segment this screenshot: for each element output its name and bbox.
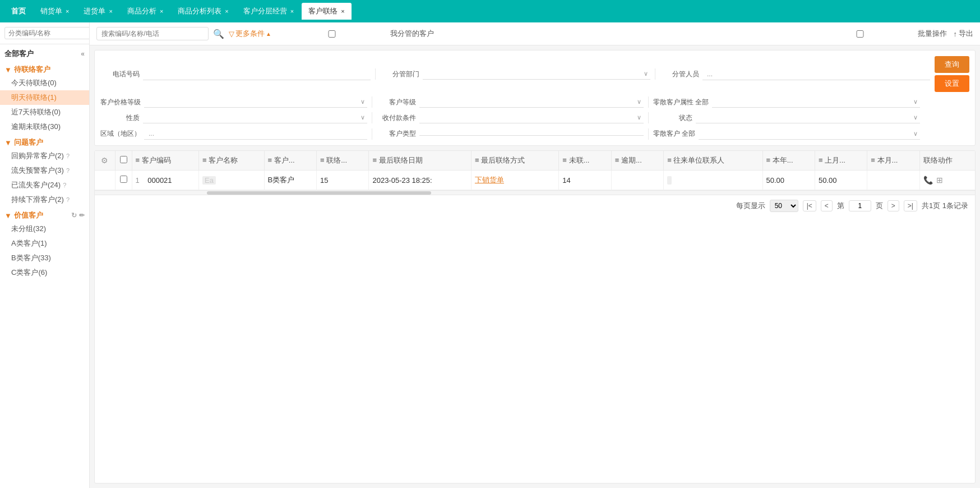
nav-home[interactable]: 首页 [4, 3, 33, 20]
th-contact-count-label: ≡ 联络... [320, 156, 347, 164]
nav-close-sales[interactable]: × [66, 8, 69, 15]
next-page-button[interactable]: > [887, 200, 899, 211]
dept-select[interactable]: ∨ [423, 68, 650, 80]
scrollbar-thumb[interactable] [207, 191, 431, 195]
sidebar-b-class[interactable]: B类客户(33) [0, 251, 89, 265]
edit-icon[interactable]: ✏ [79, 211, 85, 219]
sidebar-collapse-icon[interactable]: « [81, 50, 85, 58]
retail-attr-label: 零散客户属性 全部 [653, 98, 709, 107]
nav-product-analysis[interactable]: 商品分析 × [121, 3, 170, 20]
divider [648, 96, 649, 108]
sidebar-c-class[interactable]: C类客户(6) [0, 265, 89, 280]
action-icons: 📞 ⊞ [923, 176, 972, 185]
payment-select[interactable]: ∨ [419, 112, 644, 123]
query-button[interactable]: 查询 [935, 56, 969, 73]
last-page-button[interactable]: >| [904, 200, 917, 211]
retail-attr-select[interactable]: ∨ [712, 96, 920, 108]
data-table-wrap: ⚙ ≡ 客户编码 ≡ 客户名称 ≡ 客户... [94, 150, 976, 484]
batch-operation-button[interactable]: 批量操作 [804, 29, 947, 39]
sidebar-churn-warning[interactable]: 流失预警客户(3) ? [0, 163, 89, 178]
prev-page-button[interactable]: < [821, 200, 833, 211]
manager-label: 分管人员 [660, 70, 699, 79]
chevron-down-icon: ∨ [637, 114, 641, 121]
per-page-select[interactable]: 50 100 200 [770, 200, 798, 212]
nav-label: 商品分析列表 [178, 6, 221, 16]
item-label: B类客户(33) [11, 253, 51, 263]
filter-row-1: 电话号码 分管部门 ∨ 分管人员 ... [100, 56, 969, 92]
divider [655, 68, 655, 80]
sidebar-a-class[interactable]: A类客户(1) [0, 236, 89, 251]
horizontal-scrollbar[interactable] [95, 190, 975, 195]
th-this-year-label: ≡ 本年... [766, 156, 793, 164]
company-contact-blurred [667, 176, 672, 185]
td-type: B类客户 [264, 171, 316, 190]
filter-retail-attr: 零散客户属性 全部 ∨ [653, 96, 920, 108]
filter-region: 区域（地区） ... [100, 128, 367, 140]
nav-customer-tier[interactable]: 客户分层经营 × [237, 3, 301, 20]
customer-type-select[interactable] [419, 132, 644, 136]
sidebar-declining[interactable]: 持续下滑客户(2) ? [0, 192, 89, 207]
nav-close-customer-contact[interactable]: × [341, 8, 344, 15]
filter-payment: 收付款条件 ∨ [377, 112, 644, 123]
nav-purchase-order[interactable]: 进货单 × [77, 3, 119, 20]
nav-close-customer-tier[interactable]: × [290, 8, 294, 15]
item-label: 回购异常客户(2) [11, 151, 64, 161]
filter-icon: ▽ [229, 30, 234, 38]
sidebar-churned[interactable]: 已流失客户(24) ? [0, 178, 89, 192]
my-customers-checkbox[interactable] [276, 30, 388, 38]
td-last-month: 50.00 [815, 171, 867, 190]
first-page-button[interactable]: |< [803, 200, 816, 211]
page-input[interactable] [849, 200, 871, 211]
refresh-icon[interactable]: ↻ [71, 211, 77, 219]
retail-customer-select[interactable]: ∨ [699, 128, 920, 140]
phone-action-icon[interactable]: 📞 [923, 176, 933, 185]
sidebar-group-value[interactable]: ▼ 价值客户 ↻ ✏ [0, 207, 89, 222]
search-button[interactable]: 🔍 [213, 29, 224, 39]
sidebar-group-problem[interactable]: ▼ 问题客户 [0, 134, 89, 149]
settings-button[interactable]: 设置 [935, 75, 969, 92]
sidebar-ungrouped[interactable]: 未分组(32) [0, 222, 89, 236]
nature-select[interactable]: ∨ [143, 112, 367, 123]
td-overdue [611, 171, 663, 190]
last-method-link[interactable]: 下销货单 [475, 176, 504, 184]
td-company-contact [664, 171, 762, 190]
sidebar-all-customers[interactable]: 全部客户 « [0, 44, 89, 61]
nav-close-product-analysis[interactable]: × [160, 8, 163, 15]
sidebar-repurchase-abnormal[interactable]: 回购异常客户(2) ? [0, 149, 89, 163]
total-label: 共1页 1条记录 [922, 201, 968, 211]
nav-close-purchase[interactable]: × [109, 8, 112, 15]
search-input[interactable] [96, 27, 209, 40]
sidebar-week-pending[interactable]: 近7天待联络(0) [0, 105, 89, 119]
sidebar-overdue-pending[interactable]: 逾期未联络(30) [0, 119, 89, 134]
customer-grade-select[interactable]: ∨ [419, 96, 644, 108]
item-label: 已流失客户(24) [11, 180, 61, 190]
sidebar-today-pending[interactable]: 今天待联络(0) [0, 76, 89, 90]
export-button[interactable]: ↑ 导出 [954, 29, 974, 39]
more-filter-button[interactable]: ▽ 更多条件 ▲ [229, 29, 271, 39]
sidebar-group-pending[interactable]: ▼ 待联络客户 [0, 61, 89, 76]
th-last-month: ≡ 上月... [815, 151, 867, 171]
nav-product-analysis-list[interactable]: 商品分析列表 × [171, 3, 235, 20]
my-customers-toggle[interactable]: 我分管的客户 [276, 29, 434, 39]
nav-label: 销货单 [40, 6, 62, 16]
price-grade-select[interactable]: ∨ [144, 96, 367, 108]
gear-icon[interactable]: ⚙ [101, 156, 108, 165]
th-this-month: ≡ 本月... [867, 151, 919, 171]
status-select[interactable]: ∨ [696, 112, 920, 123]
row-checkbox[interactable] [120, 176, 127, 183]
customer-type-value: B类客户 [268, 176, 295, 184]
nav-close-product-list[interactable]: × [225, 8, 228, 15]
nav-sales-order[interactable]: 销货单 × [34, 3, 76, 20]
sidebar-tomorrow-pending[interactable]: 明天待联络(1) [0, 90, 89, 105]
arrow-icon: ▼ [4, 66, 12, 74]
manager-select[interactable]: ... [702, 68, 930, 80]
grid-action-icon[interactable]: ⊞ [936, 176, 943, 185]
th-last-date: ≡ 最后联络日期 [369, 151, 471, 171]
phone-input[interactable] [143, 68, 371, 80]
nav-customer-contact[interactable]: 客户联络 × [302, 3, 351, 20]
select-all-checkbox[interactable] [120, 156, 127, 163]
region-select[interactable]: ... [144, 128, 367, 140]
sidebar-search-input[interactable] [4, 27, 90, 39]
batch-checkbox[interactable] [804, 30, 916, 38]
item-label: 未分组(32) [11, 224, 46, 234]
